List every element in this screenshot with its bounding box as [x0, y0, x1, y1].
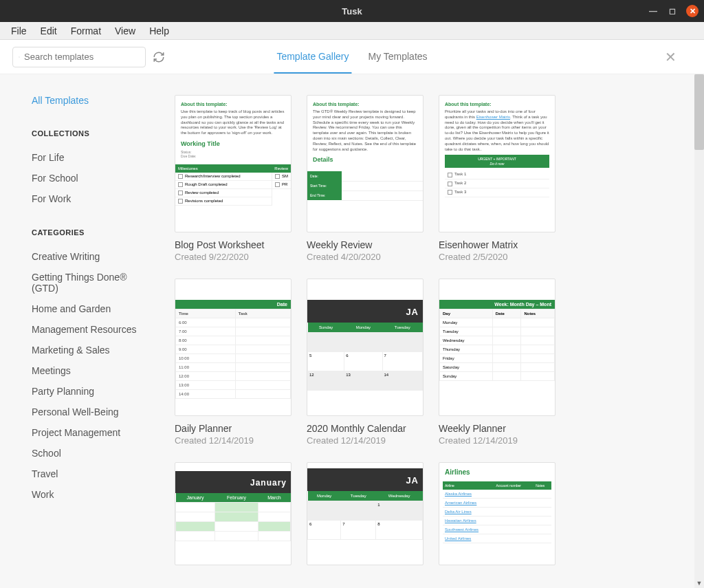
template-card[interactable]: Week: Month Day – Mont DayDateNotes Mond…	[439, 279, 556, 446]
menu-view[interactable]: View	[108, 24, 142, 38]
menu-file[interactable]: File	[4, 24, 34, 38]
template-sub: Created 4/20/2020	[307, 252, 424, 262]
template-card[interactable]: Date TimeTask 6:00 7:00 8:00 9:00 10:00 …	[175, 279, 292, 446]
template-sub: Created 12/14/2019	[307, 435, 424, 446]
tabs: Template Gallery My Templates	[274, 40, 430, 74]
vertical-scrollbar[interactable]: ▼	[694, 74, 704, 588]
template-title: Blog Post Worksheet	[175, 239, 292, 250]
window-controls: — ◻ ✕	[648, 0, 698, 22]
window-title: Tusk	[342, 6, 362, 17]
template-card[interactable]: January JanuaryFebruaryMarch	[175, 462, 292, 565]
template-card[interactable]: About this template: The GTD® Weekly Rev…	[307, 95, 424, 262]
template-thumb: JA MondayTuesdayWednesday 1 678	[307, 462, 424, 565]
template-sub: Created 9/22/2020	[175, 252, 292, 262]
sidebar-collections-head: COLLECTIONS	[32, 129, 144, 138]
sidebar-all-templates[interactable]: All Templates	[32, 95, 144, 106]
template-title: Daily Planner	[175, 423, 292, 434]
sidebar-item-wellbeing[interactable]: Personal Well-Being	[32, 402, 144, 422]
template-thumb: About this template: Use this template t…	[175, 95, 292, 232]
template-sub: Created 12/14/2019	[175, 435, 292, 446]
template-title: Eisenhower Matrix	[439, 239, 556, 250]
sidebar-item-work[interactable]: Work	[32, 484, 144, 505]
sidebar: All Templates COLLECTIONS For Life For S…	[0, 74, 158, 588]
sidebar-item-for-work[interactable]: For Work	[32, 188, 144, 209]
svg-point-0	[19, 56, 19, 57]
search-icon	[19, 52, 20, 62]
menu-help[interactable]: Help	[142, 24, 176, 38]
template-card[interactable]: About this template: Prioritize all your…	[439, 95, 556, 262]
tab-gallery[interactable]: Template Gallery	[274, 41, 351, 74]
sidebar-item-creative-writing[interactable]: Creative Writing	[32, 246, 144, 267]
template-title: Weekly Planner	[439, 423, 556, 434]
sidebar-item-meetings[interactable]: Meetings	[32, 360, 144, 381]
close-panel-icon[interactable]: ✕	[665, 49, 676, 65]
sidebar-categories-head: CATEGORIES	[32, 228, 144, 237]
template-card[interactable]: JA MondayTuesdayWednesday 1 678	[307, 462, 424, 565]
sidebar-item-school[interactable]: School	[32, 443, 144, 464]
template-thumb: JA SundayMondayTuesday 567 121314	[307, 279, 424, 416]
minimize-button[interactable]: —	[648, 6, 659, 17]
template-sub: Created 2/5/2020	[439, 252, 556, 262]
template-thumb: About this template: The GTD® Weekly Rev…	[307, 95, 424, 232]
template-grid-area: About this template: Use this template t…	[158, 74, 704, 588]
sidebar-item-project-mgmt[interactable]: Project Management	[32, 422, 144, 443]
sidebar-item-home-garden[interactable]: Home and Garden	[32, 298, 144, 319]
template-title: Weekly Review	[307, 239, 424, 250]
template-title: 2020 Monthly Calendar	[307, 423, 424, 434]
maximize-button[interactable]: ◻	[667, 6, 678, 17]
menubar: File Edit Format View Help	[0, 22, 704, 40]
scroll-down-icon[interactable]: ▼	[694, 578, 704, 588]
menu-format[interactable]: Format	[64, 24, 108, 38]
close-button[interactable]: ✕	[686, 5, 698, 17]
sidebar-item-travel[interactable]: Travel	[32, 464, 144, 484]
sidebar-item-management[interactable]: Management Resources	[32, 319, 144, 340]
search-box[interactable]	[12, 47, 146, 67]
sidebar-item-marketing[interactable]: Marketing & Sales	[32, 340, 144, 360]
app-body: Template Gallery My Templates ✕ All Temp…	[0, 40, 704, 588]
tab-my-templates[interactable]: My Templates	[365, 41, 430, 74]
titlebar: Tusk — ◻ ✕	[0, 0, 704, 22]
sidebar-item-for-life[interactable]: For Life	[32, 147, 144, 168]
template-card[interactable]: About this template: Use this template t…	[175, 95, 292, 262]
sidebar-item-for-school[interactable]: For School	[32, 168, 144, 188]
template-sub: Created 12/14/2019	[439, 435, 556, 446]
template-thumb: Airlines AirlineAccount numberNotes Alas…	[439, 462, 556, 565]
sidebar-item-gtd[interactable]: Getting Things Done® (GTD)	[32, 267, 144, 298]
search-input[interactable]	[24, 52, 140, 62]
sidebar-item-party[interactable]: Party Planning	[32, 381, 144, 402]
template-thumb: Date TimeTask 6:00 7:00 8:00 9:00 10:00 …	[175, 279, 292, 416]
template-thumb: About this template: Prioritize all your…	[439, 95, 556, 232]
template-card[interactable]: Airlines AirlineAccount numberNotes Alas…	[439, 462, 556, 565]
refresh-icon[interactable]	[153, 51, 165, 63]
topbar: Template Gallery My Templates ✕	[0, 40, 704, 74]
template-thumb: January JanuaryFebruaryMarch	[175, 462, 292, 565]
svg-line-1	[19, 57, 20, 58]
template-thumb: Week: Month Day – Mont DayDateNotes Mond…	[439, 279, 556, 416]
scrollbar-thumb[interactable]	[694, 74, 704, 150]
template-card[interactable]: JA SundayMondayTuesday 567 121314 2020 M…	[307, 279, 424, 446]
menu-edit[interactable]: Edit	[34, 24, 64, 38]
